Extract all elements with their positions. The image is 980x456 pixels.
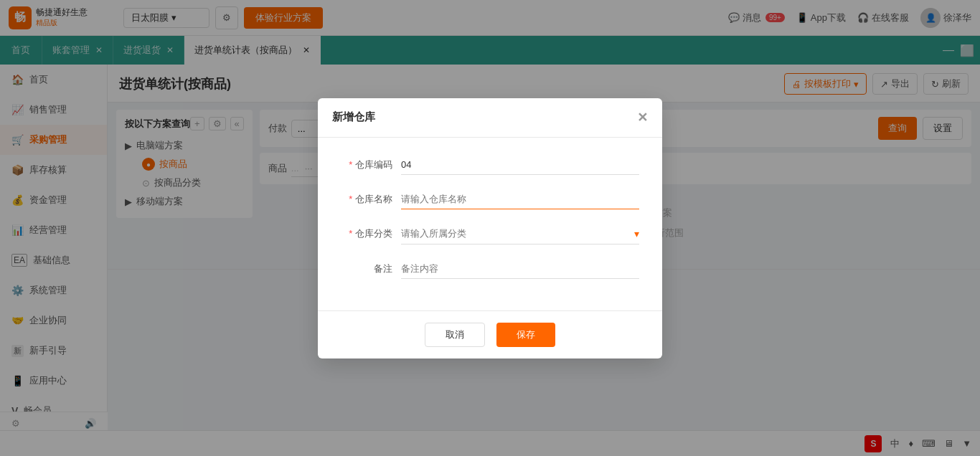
remark-label: 备注 bbox=[341, 262, 392, 275]
save-button[interactable]: 保存 bbox=[496, 323, 555, 347]
category-label: 仓库分类 bbox=[341, 227, 392, 240]
name-input[interactable] bbox=[401, 189, 639, 209]
form-row-remark: 备注 bbox=[341, 259, 639, 279]
dialog-title: 新增仓库 bbox=[332, 110, 375, 124]
dialog-body: 仓库编码 仓库名称 仓库分类 ▾ 备注 bbox=[318, 138, 662, 310]
category-select[interactable]: ▾ bbox=[401, 224, 639, 244]
form-row-name: 仓库名称 bbox=[341, 189, 639, 209]
cancel-button[interactable]: 取消 bbox=[425, 323, 485, 347]
category-chevron-icon: ▾ bbox=[634, 228, 639, 239]
dialog-overlay: 新增仓库 ✕ 仓库编码 仓库名称 仓库分类 ▾ bbox=[0, 0, 980, 456]
name-label: 仓库名称 bbox=[341, 193, 392, 206]
dialog-footer: 取消 保存 bbox=[318, 310, 662, 358]
dialog-header: 新增仓库 ✕ bbox=[318, 98, 662, 138]
form-row-code: 仓库编码 bbox=[341, 155, 639, 175]
code-input[interactable] bbox=[401, 155, 639, 175]
remark-input[interactable] bbox=[401, 259, 639, 279]
category-input[interactable] bbox=[401, 228, 634, 239]
warehouse-dialog: 新增仓库 ✕ 仓库编码 仓库名称 仓库分类 ▾ bbox=[318, 98, 662, 358]
dialog-close-icon[interactable]: ✕ bbox=[637, 110, 648, 125]
form-row-category: 仓库分类 ▾ bbox=[341, 224, 639, 244]
code-label: 仓库编码 bbox=[341, 158, 392, 171]
